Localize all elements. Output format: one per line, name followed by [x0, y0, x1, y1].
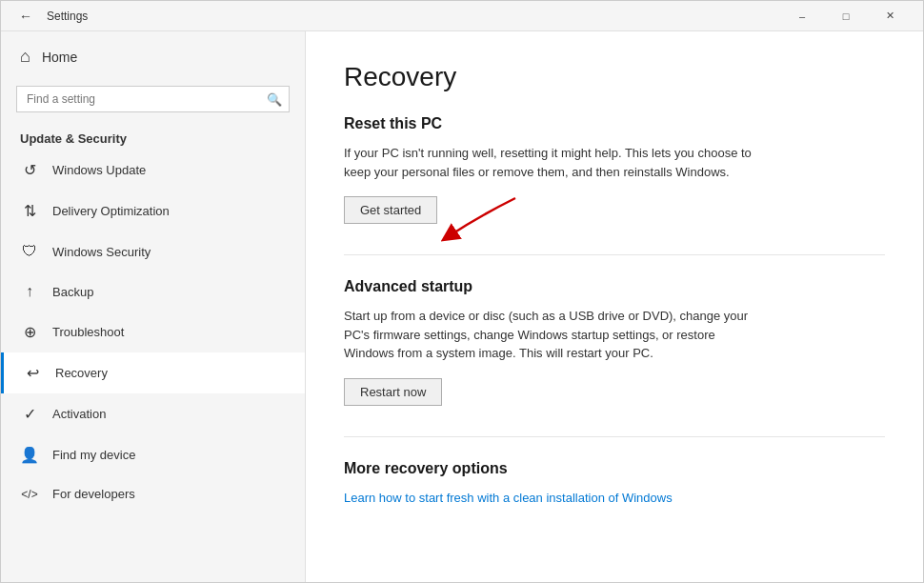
sidebar-item-home[interactable]: ⌂ Home	[1, 31, 305, 82]
sidebar-item-windows-security[interactable]: 🛡 Windows Security	[1, 231, 305, 271]
window-title: Settings	[47, 10, 88, 23]
recovery-icon: ↩	[23, 364, 42, 382]
sidebar-item-windows-update[interactable]: ↺ Windows Update	[1, 150, 305, 191]
troubleshoot-icon: ⊕	[20, 323, 39, 341]
sidebar: ⌂ Home 🔍 Update & Security ↺ Windows Upd…	[1, 31, 306, 582]
update-icon: ↺	[20, 161, 39, 179]
search-input[interactable]	[16, 86, 290, 112]
activation-icon: ✓	[20, 405, 39, 423]
sidebar-item-label: Backup	[52, 285, 93, 299]
home-icon: ⌂	[20, 47, 30, 67]
main-content: Recovery Reset this PC If your PC isn't …	[306, 31, 923, 582]
sidebar-item-label: Windows Update	[52, 163, 146, 177]
sidebar-item-troubleshoot[interactable]: ⊕ Troubleshoot	[1, 312, 305, 352]
close-button[interactable]: ✕	[868, 1, 912, 31]
page-title: Recovery	[344, 62, 885, 92]
sidebar-item-label: Activation	[52, 407, 106, 421]
content-area: ⌂ Home 🔍 Update & Security ↺ Windows Upd…	[1, 31, 923, 582]
back-button[interactable]: ←	[12, 3, 39, 30]
sidebar-item-label: Troubleshoot	[52, 325, 124, 339]
minimize-button[interactable]: –	[780, 1, 824, 31]
divider-1	[344, 254, 885, 255]
delivery-icon: ⇅	[20, 202, 39, 220]
titlebar: ← Settings – □ ✕	[1, 1, 923, 31]
sidebar-item-recovery[interactable]: ↩ Recovery	[1, 352, 305, 393]
search-box: 🔍	[16, 86, 290, 112]
sidebar-item-label: Find my device	[52, 448, 135, 462]
find-device-icon: 👤	[20, 446, 39, 464]
reset-section-text: If your PC isn't running well, resetting…	[344, 144, 763, 181]
developers-icon: </>	[20, 488, 39, 501]
advanced-section-title: Advanced startup	[344, 278, 885, 295]
security-icon: 🛡	[20, 243, 39, 260]
sidebar-item-for-developers[interactable]: </> For developers	[1, 475, 305, 513]
clean-install-link[interactable]: Learn how to start fresh with a clean in…	[344, 491, 673, 505]
get-started-button[interactable]: Get started	[344, 196, 437, 224]
advanced-section-text: Start up from a device or disc (such as …	[344, 307, 763, 363]
more-section-title: More recovery options	[344, 460, 885, 477]
sidebar-item-backup[interactable]: ↑ Backup	[1, 271, 305, 312]
search-icon: 🔍	[267, 92, 282, 107]
sidebar-item-label: Delivery Optimization	[52, 204, 170, 218]
reset-section-title: Reset this PC	[344, 115, 885, 132]
maximize-button[interactable]: □	[824, 1, 868, 31]
settings-window: ← Settings – □ ✕ ⌂ Home 🔍 U	[0, 0, 924, 583]
window-controls: – □ ✕	[780, 1, 912, 31]
backup-icon: ↑	[20, 283, 39, 300]
sidebar-item-label: Windows Security	[52, 245, 151, 259]
red-arrow	[430, 189, 534, 255]
sidebar-item-label: For developers	[52, 487, 135, 501]
divider-2	[344, 436, 885, 437]
sidebar-item-activation[interactable]: ✓ Activation	[1, 393, 305, 434]
home-label: Home	[42, 50, 77, 65]
restart-now-button[interactable]: Restart now	[344, 378, 442, 406]
sidebar-item-find-device[interactable]: 👤 Find my device	[1, 434, 305, 475]
sidebar-section-title: Update & Security	[1, 124, 305, 150]
sidebar-item-delivery-optimization[interactable]: ⇅ Delivery Optimization	[1, 191, 305, 231]
sidebar-item-label: Recovery	[55, 366, 108, 380]
